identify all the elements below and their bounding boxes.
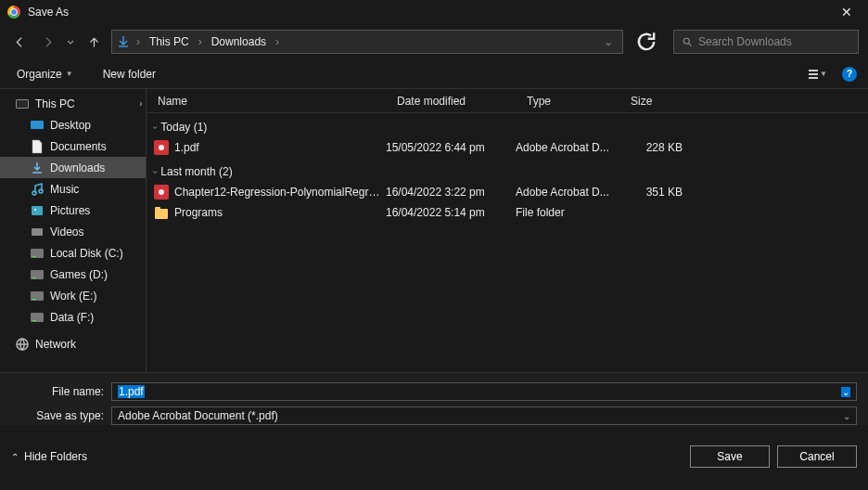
saveastype-label: Save as type: xyxy=(11,409,111,422)
new-folder-label: New folder xyxy=(103,68,156,81)
forward-button[interactable] xyxy=(37,32,57,52)
nav-bar: › This PC › Downloads › ⌄ Search Downloa… xyxy=(0,24,868,59)
disk-icon xyxy=(30,246,45,261)
file-name: Chapter12-Regression-PolynomialRegres... xyxy=(174,186,386,199)
videos-icon xyxy=(30,225,45,239)
chevron-down-icon: › xyxy=(150,170,160,173)
breadcrumb-this-pc[interactable]: This PC xyxy=(146,35,193,48)
folder-icon xyxy=(154,205,169,220)
main-area: This PC › Desktop Documents Downloads Mu… xyxy=(0,89,868,372)
sidebar-label: Music xyxy=(50,183,79,196)
bottom-panel: File name: 1.pdf ⌄ Save as type: Adobe A… xyxy=(0,372,868,425)
file-row[interactable]: Chapter12-Regression-PolynomialRegres...… xyxy=(147,182,868,202)
new-folder-button[interactable]: New folder xyxy=(97,59,161,88)
sidebar-desktop[interactable]: Desktop xyxy=(0,114,146,135)
svg-rect-4 xyxy=(32,206,43,215)
sidebar-local-disk-c[interactable]: Local Disk (C:) xyxy=(0,242,146,264)
up-button[interactable] xyxy=(83,32,104,52)
column-date[interactable]: Date modified xyxy=(386,89,516,112)
cancel-button[interactable]: Cancel xyxy=(777,445,857,468)
desktop-icon xyxy=(30,118,45,133)
breadcrumb-separator: › xyxy=(134,35,142,48)
svg-point-2 xyxy=(32,191,36,195)
titlebar: Save As ✕ xyxy=(0,0,868,24)
sidebar-downloads[interactable]: Downloads xyxy=(0,157,146,178)
disk-icon xyxy=(30,289,45,303)
sidebar-videos[interactable]: Videos xyxy=(0,221,146,242)
sidebar-label: Pictures xyxy=(50,204,90,217)
sidebar-label: Documents xyxy=(50,140,107,153)
recent-locations-button[interactable] xyxy=(65,32,76,52)
caret-down-icon: ▼ xyxy=(820,70,827,78)
sidebar: This PC › Desktop Documents Downloads Mu… xyxy=(0,89,147,372)
filename-input[interactable]: 1.pdf ⌄ xyxy=(111,382,857,401)
location-history-caret[interactable]: ⌄ xyxy=(598,35,619,48)
sidebar-documents[interactable]: Documents xyxy=(0,135,146,157)
sidebar-label: Local Disk (C:) xyxy=(50,247,123,260)
filename-label: File name: xyxy=(11,385,111,398)
sidebar-label: Downloads xyxy=(50,161,105,174)
column-name[interactable]: Name xyxy=(147,89,386,112)
sidebar-network[interactable]: Network xyxy=(0,333,146,355)
search-icon xyxy=(682,36,693,47)
saveastype-value: Adobe Acrobat Document (*.pdf) xyxy=(118,409,278,422)
close-button[interactable]: ✕ xyxy=(833,5,861,19)
sidebar-games-d[interactable]: Games (D:) xyxy=(0,264,146,285)
sidebar-label: Desktop xyxy=(50,119,91,132)
file-name: Programs xyxy=(174,206,223,219)
search-box[interactable]: Search Downloads xyxy=(673,30,859,54)
file-row[interactable]: 1.pdf 15/05/2022 6:44 pm Adobe Acrobat D… xyxy=(147,137,868,158)
back-button[interactable] xyxy=(9,32,30,52)
sidebar-work-e[interactable]: Work (E:) xyxy=(0,285,146,306)
pdf-icon xyxy=(154,140,169,155)
group-header-today[interactable]: › Today (1) xyxy=(147,117,868,137)
music-icon xyxy=(30,182,45,197)
file-row[interactable]: Programs 16/04/2022 5:14 pm File folder xyxy=(147,202,868,223)
sidebar-data-f[interactable]: Data (F:) xyxy=(0,306,146,328)
group-label: Today (1) xyxy=(160,121,207,134)
group-label: Last month (2) xyxy=(160,165,232,178)
saveastype-row: Save as type: Adobe Acrobat Document (*.… xyxy=(11,406,857,425)
column-size[interactable]: Size xyxy=(619,89,694,112)
downloads-icon xyxy=(30,161,45,175)
file-list: Name Date modified Type Size › Today (1)… xyxy=(147,89,868,372)
sidebar-label: This PC xyxy=(35,97,75,110)
sidebar-label: Videos xyxy=(50,226,83,239)
downloads-icon xyxy=(116,34,131,49)
sidebar-pictures[interactable]: Pictures xyxy=(0,200,146,221)
file-name: 1.pdf xyxy=(174,141,199,154)
svg-rect-6 xyxy=(32,228,43,236)
sidebar-music[interactable]: Music xyxy=(0,178,146,200)
sidebar-label: Games (D:) xyxy=(50,268,108,281)
dropdown-caret-icon[interactable]: ⌄ xyxy=(843,411,850,421)
list-view-icon xyxy=(809,70,818,79)
group-header-last-month[interactable]: › Last month (2) xyxy=(147,161,868,182)
help-button[interactable]: ? xyxy=(842,67,857,82)
pictures-icon xyxy=(30,203,45,218)
view-options-button[interactable]: ▼ xyxy=(801,64,835,84)
sidebar-this-pc[interactable]: This PC › xyxy=(0,93,146,114)
sidebar-label: Network xyxy=(35,338,76,351)
caret-down-icon: ▼ xyxy=(66,70,73,78)
saveastype-select[interactable]: Adobe Acrobat Document (*.pdf) ⌄ xyxy=(111,406,857,425)
refresh-button[interactable] xyxy=(634,30,658,54)
location-bar[interactable]: › This PC › Downloads › ⌄ xyxy=(111,30,623,54)
disk-icon xyxy=(30,267,45,282)
filename-value: 1.pdf xyxy=(118,385,145,398)
breadcrumb-downloads[interactable]: Downloads xyxy=(208,35,270,48)
organize-button[interactable]: Organize ▼ xyxy=(11,59,79,88)
hide-folders-button[interactable]: ⌃ Hide Folders xyxy=(11,450,87,463)
svg-rect-1 xyxy=(31,121,44,129)
chevron-down-icon: › xyxy=(150,125,160,128)
chevron-right-icon: › xyxy=(136,98,146,109)
file-list-body: › Today (1) 1.pdf 15/05/2022 6:44 pm Ado… xyxy=(147,113,868,372)
save-button[interactable]: Save xyxy=(690,445,770,468)
pc-icon xyxy=(15,97,30,111)
network-icon xyxy=(15,337,30,352)
file-size: 228 KB xyxy=(619,141,694,154)
window-title: Save As xyxy=(28,6,69,19)
dropdown-caret-icon[interactable]: ⌄ xyxy=(841,387,850,397)
file-date: 15/05/2022 6:44 pm xyxy=(386,141,516,154)
column-type[interactable]: Type xyxy=(516,89,619,112)
svg-point-5 xyxy=(34,209,36,211)
